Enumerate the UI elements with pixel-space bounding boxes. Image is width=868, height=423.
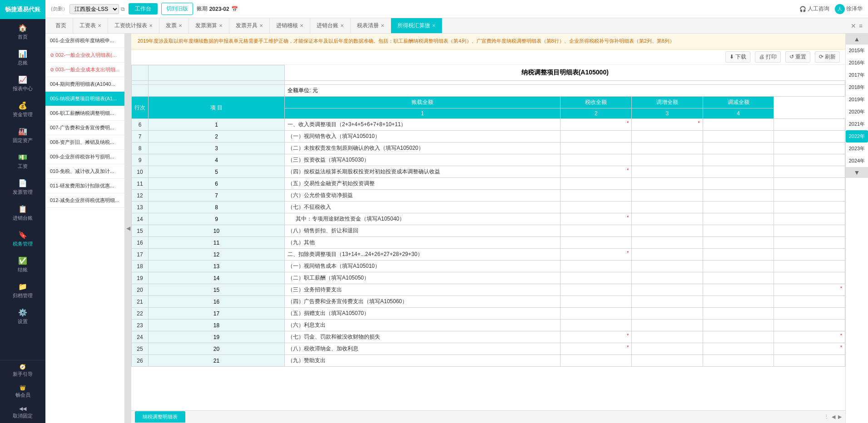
tab-home[interactable]: 首页	[49, 18, 73, 33]
tab-close-salary-stats[interactable]: ✕	[149, 23, 153, 28]
left-item-001[interactable]: 001-企业所得税年度纳税申...	[45, 34, 124, 48]
spreadsheet-container[interactable]: 纳税调整项目明细表(A105000) 全额单位: 元	[131, 65, 845, 410]
year-scroll-up[interactable]: ▲	[846, 34, 868, 44]
year-2024[interactable]: 2024年	[846, 155, 868, 167]
sidebar-item-salary[interactable]: 💵 工资	[0, 148, 45, 174]
left-item-012[interactable]: 012-减免企业所得税优惠明细...	[45, 193, 124, 208]
avatar-icon: 人	[835, 4, 845, 14]
left-item-003[interactable]: ⊘ 003-一般企业成本支出明细...	[45, 63, 124, 77]
tab-close-salary-table[interactable]: ✕	[98, 23, 101, 28]
table-row: 11 6 （五）交易性金融资产初始投资调整	[132, 178, 845, 190]
tab-close-invoice-calc[interactable]: ✕	[219, 23, 223, 28]
tab-tax-clear[interactable]: 税表清册 ✕	[351, 18, 391, 33]
year-2016[interactable]: 2016年	[846, 57, 868, 69]
reset-button[interactable]: ↺ 重置	[785, 51, 810, 63]
workbench-button[interactable]: 工作台	[129, 3, 158, 15]
left-item-009[interactable]: 009-企业所得税弥补亏损明...	[45, 150, 124, 164]
col-header-c3: 调增全额	[632, 97, 703, 108]
sidebar-item-fixed-asset[interactable]: 🏭 固定资产	[0, 123, 45, 148]
tab-invoice[interactable]: 发票 ✕	[159, 18, 189, 33]
tabbar: 首页 工资表 ✕ 工资统计报表 ✕ 发票 ✕ 发票测算 ✕ 发票开具 ✕ 进销稽…	[45, 18, 868, 34]
period-selector: 账期 2023-02 📅	[197, 5, 238, 13]
tab-invoice-calc[interactable]: 发票测算 ✕	[189, 18, 229, 33]
copy-icon[interactable]: ⧉	[121, 6, 125, 12]
notice-bar: 2019年度涉及取以前年度继续数据的申报表单元格需要手工维护正确，才能保证本年及…	[131, 34, 845, 49]
tab-close-invoice-open[interactable]: ✕	[259, 23, 263, 28]
close-all-btn[interactable]: ✕	[851, 22, 856, 30]
calendar-icon[interactable]: 📅	[231, 6, 238, 12]
year-2020[interactable]: 2020年	[846, 106, 868, 118]
year-2018[interactable]: 2018年	[846, 81, 868, 93]
table-row: 18 13 （一）视同销售成本（填写A105010）	[132, 261, 845, 272]
tab-close-invoice[interactable]: ✕	[179, 23, 182, 28]
asset-icon: 💰	[18, 101, 27, 110]
more-tabs-btn[interactable]: ≡	[859, 22, 863, 30]
bottom-tab-tax-adj[interactable]: 纳税调整明细表	[135, 411, 185, 423]
tab-close-import-shrink[interactable]: ✕	[300, 23, 303, 28]
col-num-4: 4	[703, 108, 774, 119]
sidebar-item-settlement-label: 结账	[18, 266, 28, 273]
bottom-bar-right: ⋮ ◀ ▶	[824, 414, 842, 420]
sidebar-item-guide[interactable]: 🧭 新手引导	[0, 360, 45, 381]
year-2022[interactable]: 2022年	[846, 130, 868, 143]
sidebar-item-import-ledger[interactable]: 📋 进销台账	[0, 200, 45, 226]
year-2015[interactable]: 2015年	[846, 44, 868, 57]
table-row: 13 8 （七）不征税收入	[132, 202, 845, 213]
left-item-007[interactable]: 007-广告费和业务宣传费明...	[45, 121, 124, 135]
refresh-button[interactable]: ⟳ 刷新	[815, 51, 840, 63]
print-button[interactable]: 🖨 打印	[755, 51, 781, 63]
tab-close-tax-clear[interactable]: ✕	[381, 23, 384, 28]
tab-import-ledger[interactable]: 进销台账 ✕	[310, 18, 351, 33]
scroll-right-btn[interactable]: ▶	[838, 414, 842, 420]
left-item-008[interactable]: 008-资产折旧、摊销及纳税...	[45, 135, 124, 150]
guide-icon: 🧭	[20, 364, 26, 370]
year-2019[interactable]: 2019年	[846, 93, 868, 106]
service-btn[interactable]: 🎧 人工咨询	[799, 5, 829, 13]
sidebar-item-settlement[interactable]: ✅ 结账	[0, 252, 45, 278]
tab-close-income-tax[interactable]: ✕	[432, 23, 436, 28]
left-item-006[interactable]: 006-职工薪酬纳税调整明细...	[45, 106, 124, 121]
left-item-010[interactable]: 010-免税、减计收入及加计...	[45, 164, 124, 179]
tax-icon: 🔖	[18, 231, 27, 239]
year-scroll-down[interactable]: ▼	[846, 167, 868, 178]
scroll-left-btn[interactable]: ◀	[832, 414, 835, 420]
company-select[interactable]: 江西股金-LSS	[69, 4, 119, 14]
left-item-005[interactable]: 005-纳税调整项目明细表(A1...	[45, 92, 124, 106]
left-item-011[interactable]: 011-研发费用加计扣除优惠...	[45, 179, 124, 193]
spreadsheet: 纳税调整项目明细表(A105000) 全额单位: 元	[131, 65, 845, 367]
year-2023[interactable]: 2023年	[846, 143, 868, 155]
sidebar-item-asset-mgmt[interactable]: 💰 资金管理	[0, 97, 45, 123]
tab-income-tax[interactable]: 所得税汇算缴 ✕	[391, 18, 442, 33]
year-2021[interactable]: 2021年	[846, 118, 868, 130]
ledger-icon: 📊	[18, 49, 27, 58]
left-item-002[interactable]: ⊘ 002-一般企业收入明细表(A1...	[45, 48, 124, 63]
table-row: 26 21 （九）赞助支出	[132, 355, 845, 367]
reset-icon: ↺	[789, 54, 794, 60]
app-logo[interactable]: 畅捷通易代账	[0, 0, 45, 19]
tab-import-shrink[interactable]: 进销稽核 ✕	[270, 18, 310, 33]
sidebar-item-home[interactable]: 🏠 首页	[0, 19, 45, 45]
table-row: 14 9 其中：专项用途财政性资金（填写A105040）	[132, 213, 845, 225]
tab-salary-stats[interactable]: 工资统计报表 ✕	[108, 18, 159, 33]
tab-close-import-ledger[interactable]: ✕	[340, 23, 344, 28]
switch-old-button[interactable]: 切到旧版	[161, 3, 193, 15]
sidebar-item-tax-mgmt[interactable]: 🔖 税务管理	[0, 226, 45, 252]
sidebar-item-ledger[interactable]: 📊 总账	[0, 45, 45, 71]
year-2017[interactable]: 2017年	[846, 69, 868, 81]
collapse-panel-handle[interactable]: ◀	[125, 34, 131, 423]
tab-invoice-open[interactable]: 发票开具 ✕	[229, 18, 270, 33]
sidebar-item-invoice-mgmt[interactable]: 📄 发票管理	[0, 174, 45, 200]
sidebar-item-archive[interactable]: 📁 归档管理	[0, 278, 45, 304]
table-row: 8 3 （二）未按权责发生制原则确认的收入（填写A105020）	[132, 143, 845, 154]
user-avatar[interactable]: 人 徐泽华	[835, 4, 863, 14]
table-row: 25 20 （八）税收滞纳金、加收利息	[132, 343, 845, 355]
settings-icon: ⚙️	[18, 308, 27, 317]
sidebar-item-report[interactable]: 📈 报表中心	[0, 71, 45, 97]
sidebar-item-unpin[interactable]: ◀◀ 取消固定	[0, 402, 45, 423]
sidebar-item-member[interactable]: 👑 畅会员	[0, 381, 45, 402]
left-item-004[interactable]: 004-期间费用明细表(A1040...	[45, 77, 124, 92]
sidebar-item-settings[interactable]: ⚙️ 设置	[0, 304, 45, 330]
topbar: (勿删） 江西股金-LSS ⧉ 工作台 切到旧版 账期 2023-02 📅 🎧 …	[45, 0, 868, 18]
download-button[interactable]: ⬇ 下载	[725, 51, 750, 63]
tab-salary-table[interactable]: 工资表 ✕	[73, 18, 108, 33]
